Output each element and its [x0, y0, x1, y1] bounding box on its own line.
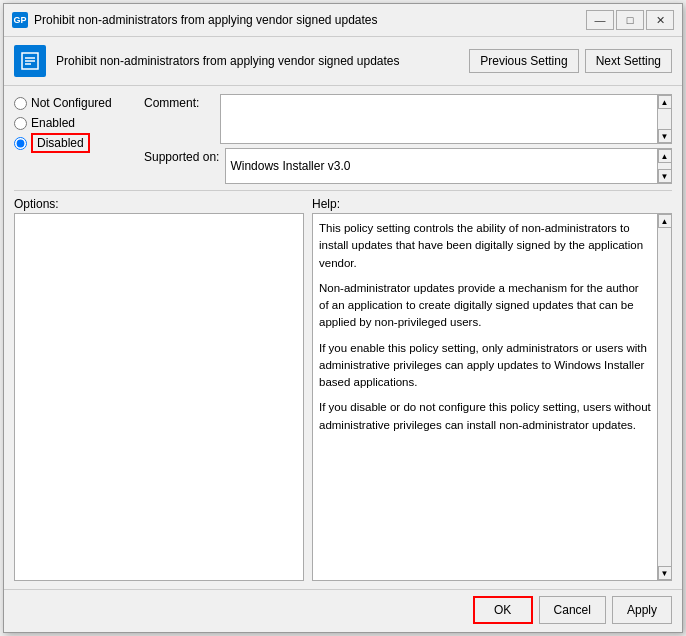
- title-bar-text: Prohibit non-administrators from applyin…: [34, 13, 580, 27]
- scroll-up-arrow[interactable]: ▲: [658, 95, 672, 109]
- help-label-container: Help:: [312, 197, 672, 211]
- supported-row: Supported on: Windows Installer v3.0 ▲ ▼: [144, 148, 672, 184]
- top-part: Not Configured Enabled Disabled Comment: [4, 86, 682, 184]
- footer: OK Cancel Apply: [4, 589, 682, 632]
- scroll-up-arrow2[interactable]: ▲: [658, 149, 672, 163]
- title-bar-controls: — □ ✕: [586, 10, 674, 30]
- options-panel: [14, 213, 304, 581]
- comment-row: Comment: ▲ ▼: [144, 94, 672, 144]
- close-button[interactable]: ✕: [646, 10, 674, 30]
- help-para-1: This policy setting controls the ability…: [319, 220, 651, 272]
- enabled-option[interactable]: Enabled: [14, 114, 134, 132]
- not-configured-label[interactable]: Not Configured: [31, 96, 112, 110]
- apply-button[interactable]: Apply: [612, 596, 672, 624]
- previous-setting-button[interactable]: Previous Setting: [469, 49, 578, 73]
- help-para-3: If you enable this policy setting, only …: [319, 340, 651, 392]
- right-section: Comment: ▲ ▼ Supported on: Windows Insta…: [134, 94, 672, 184]
- supported-value: Windows Installer v3.0: [230, 159, 350, 173]
- disabled-radio[interactable]: [14, 137, 27, 150]
- dialog-window: GP Prohibit non-administrators from appl…: [3, 3, 683, 633]
- divider: [14, 190, 672, 191]
- help-para-4: If you disable or do not configure this …: [319, 399, 651, 434]
- header-section: Prohibit non-administrators from applyin…: [4, 37, 682, 86]
- comment-label: Comment:: [144, 94, 214, 110]
- help-text-content: This policy setting controls the ability…: [313, 214, 657, 580]
- maximize-button[interactable]: □: [616, 10, 644, 30]
- options-label-container: Options:: [14, 197, 304, 211]
- disabled-option[interactable]: Disabled: [14, 134, 134, 152]
- panels-label-row: Options: Help:: [4, 197, 682, 211]
- help-panel: This policy setting controls the ability…: [312, 213, 672, 581]
- help-label: Help:: [312, 197, 340, 211]
- help-box: This policy setting controls the ability…: [312, 213, 672, 581]
- comment-scrollbar[interactable]: ▲ ▼: [657, 95, 671, 143]
- enabled-label[interactable]: Enabled: [31, 116, 75, 130]
- enabled-radio[interactable]: [14, 117, 27, 130]
- title-bar: GP Prohibit non-administrators from appl…: [4, 4, 682, 37]
- header-buttons: Previous Setting Next Setting: [469, 49, 672, 73]
- main-panels: This policy setting controls the ability…: [4, 213, 682, 589]
- help-para-2: Non-administrator updates provide a mech…: [319, 280, 651, 332]
- help-scrollbar[interactable]: ▲ ▼: [657, 214, 671, 580]
- scroll-down-arrow[interactable]: ▼: [658, 129, 672, 143]
- options-box: [14, 213, 304, 581]
- supported-scrollbar[interactable]: ▲ ▼: [657, 149, 671, 183]
- scroll-down-arrow2[interactable]: ▼: [658, 169, 672, 183]
- policy-icon: [20, 51, 40, 71]
- not-configured-radio[interactable]: [14, 97, 27, 110]
- header-title: Prohibit non-administrators from applyin…: [56, 54, 459, 68]
- ok-button[interactable]: OK: [473, 596, 533, 624]
- disabled-label[interactable]: Disabled: [31, 136, 90, 150]
- content-area: Not Configured Enabled Disabled Comment: [4, 86, 682, 589]
- minimize-button[interactable]: —: [586, 10, 614, 30]
- cancel-button[interactable]: Cancel: [539, 596, 606, 624]
- dialog-icon: GP: [12, 12, 28, 28]
- comment-box[interactable]: ▲ ▼: [220, 94, 672, 144]
- options-label: Options:: [14, 197, 59, 211]
- not-configured-option[interactable]: Not Configured: [14, 94, 134, 112]
- supported-label: Supported on:: [144, 148, 219, 164]
- radio-column: Not Configured Enabled Disabled: [14, 94, 134, 184]
- header-icon: [14, 45, 46, 77]
- supported-box: Windows Installer v3.0 ▲ ▼: [225, 148, 672, 184]
- help-scroll-up[interactable]: ▲: [658, 214, 672, 228]
- help-scroll-down[interactable]: ▼: [658, 566, 672, 580]
- next-setting-button[interactable]: Next Setting: [585, 49, 672, 73]
